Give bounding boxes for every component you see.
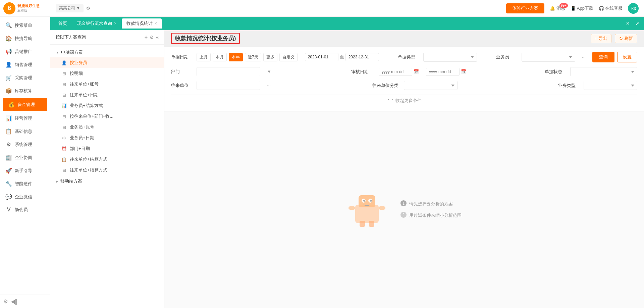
calendar-start-icon[interactable]: 📅 [414,69,419,74]
date-btn-last-7days[interactable]: 近7天 [245,53,261,61]
add-scheme-btn[interactable]: + [145,34,148,40]
sidebar-item-marketing[interactable]: 📢 营销推广 [0,45,50,58]
maximize-window-btn[interactable]: ⤢ [634,19,641,28]
tree-group-desktop-header[interactable]: ▼ 电脑端方案 [50,47,164,57]
app-download-btn[interactable]: 📱 App下载 [571,5,593,11]
export-button[interactable]: ↑ 导出 [591,34,612,43]
panel-header-actions: + ⚙ « [145,34,159,40]
sidebar-item-inventory[interactable]: 📦 库存核算 [0,84,50,97]
tab-collection-close[interactable]: × [155,21,157,26]
salesman-icon: 👤 [61,60,67,65]
filter-area: 单据日期 上月 本月 本年 近7天 更多 自定义 至 [164,47,644,111]
query-button[interactable]: 查询 [592,52,614,62]
biz-type-label: 业务类型 [558,83,578,89]
doc-status-select[interactable] [570,67,637,76]
sidebar-item-enterprise[interactable]: 🏢 企业协同 [0,151,50,164]
calendar-end-icon[interactable]: 📅 [461,69,466,74]
topbar-settings-icon[interactable]: ⚙ [86,6,90,11]
messages-button[interactable]: 🔔 消息 99+ [550,5,565,11]
empty-tip-2: 2 用过滤条件来缩小分析范围 [400,211,462,220]
sidebar-item-nav[interactable]: 🏠 快捷导航 [0,32,50,45]
tree-item-dept-date[interactable]: ⏰ 部门+日期 [50,143,164,154]
home-icon: 🏠 [5,35,12,42]
main-area: 某某公司 ▼ ⚙ 体验行业方案 🔔 消息 99+ 📱 App下载 🎧 在线客服 … [50,0,644,308]
refresh-button[interactable]: ↻ 刷新 [615,34,637,43]
date-btn-more[interactable]: 更多 [263,53,277,61]
filter-row-2: 部门 ▼ 审核日期 📅 — 📅 单据状态 [171,67,637,76]
tree-item-salesman-settle[interactable]: 📊 业务员+结算方式 [50,100,164,111]
review-start-input[interactable] [379,68,412,76]
salesman-more-dots[interactable]: ··· [581,55,587,60]
date-btn-this-year[interactable]: 本年 [229,53,243,61]
sidebar-item-wechat[interactable]: 💬 企业微信 [0,190,50,203]
tree-item-supplier-settle1[interactable]: 📋 往来单位+结算方式 [50,154,164,165]
basic-icon: 📋 [5,128,12,135]
collapse-panel-btn[interactable]: « [156,35,159,40]
biz-type-select[interactable] [584,81,637,90]
tree-item-salesman-date[interactable]: ⚙ 业务员+日期 [50,133,164,143]
review-end-input[interactable] [426,68,460,76]
sidebar-item-member[interactable]: V 畅会员 [0,203,50,216]
salesman-select[interactable] [522,53,575,62]
tab-bank-close[interactable]: × [114,21,116,26]
close-window-btn[interactable]: ✕ [625,19,631,28]
search-icon: 🔍 [5,22,12,29]
panel-header: 按以下方案查询 + ⚙ « [50,30,164,45]
sidebar-item-purchase[interactable]: 🛒 采购管理 [0,71,50,84]
tree-item-supplier-account[interactable]: ⊟ 往来单位+账号 [50,79,164,90]
trial-button[interactable]: 体验行业方案 [506,3,544,13]
user-info: 某某公司 ▼ [56,4,84,12]
tab-home[interactable]: 首页 [54,18,72,29]
tip-num-1: 1 [400,200,407,206]
tree-item-supplier-date[interactable]: ⊟ 往来单位+日期 [50,90,164,100]
counterpart-more-dots[interactable]: ··· [266,83,272,88]
sidebar-item-guide[interactable]: 🚀 新手引导 [0,164,50,177]
setting-button[interactable]: 设置 [617,52,637,62]
member-icon: V [5,207,12,213]
date-btn-this-month[interactable]: 本月 [213,53,227,61]
settings-scheme-btn[interactable]: ⚙ [150,35,154,40]
collapse-more-conditions[interactable]: ⌃⌃ 收起更多条件 [171,95,637,106]
bell-icon: 🔔 [550,6,555,11]
sidebar-item-finance[interactable]: 💰 资金管理 [3,98,47,111]
empty-state: 1 请先选择要分析的方案 2 用过滤条件来缩小分析范围 [164,111,644,308]
settings-footer-icon[interactable]: ⚙ [3,298,8,305]
filter-row-1: 单据日期 上月 本月 本年 近7天 更多 自定义 至 [171,52,637,62]
sidebar-item-hardware[interactable]: 🔧 智能硬件 [0,177,50,190]
dept-dropdown-icon[interactable]: ▼ [266,69,273,74]
tab-bank[interactable]: 现金银行流水查询 × [72,18,121,29]
tree-item-salesman-account[interactable]: ⊟ 业务员+账号 [50,122,164,133]
robot-svg [347,191,387,228]
sidebar-item-sales[interactable]: 👤 销售管理 [0,58,50,71]
dept-input[interactable] [197,67,260,76]
date-start-input[interactable] [305,53,338,61]
tree-item-by-salesman[interactable]: 👤 按业务员 [50,57,164,68]
tree-item-supplier-dept[interactable]: ⊟ 按往来单位+部门+收... [50,111,164,122]
sidebar-footer: ⚙ ◀‖ [0,295,50,308]
doc-status-label: 单据状态 [545,69,565,75]
tabbar: 首页 现金银行流水查询 × 收款情况统计 × ✕ ⤢ [50,17,644,30]
counterpart-input[interactable] [197,81,260,90]
sidebar-item-basic[interactable]: 📋 基础信息 [0,125,50,138]
online-service-btn[interactable]: 🎧 在线客服 [599,5,623,11]
sidebar-item-operation[interactable]: 📊 经营管理 [0,112,50,125]
user-avatar[interactable]: Rit [628,3,639,14]
tree-group-mobile-header[interactable]: ▶ 移动端方案 [50,176,164,186]
tree-item-supplier-settle2[interactable]: ⊟ 往来单位+结算方式 [50,165,164,175]
salesman-settle-icon: 📊 [61,103,67,108]
date-btn-last-month[interactable]: 上月 [197,53,211,61]
date-btn-custom[interactable]: 自定义 [279,53,298,61]
sidebar-item-system[interactable]: ⚙ 系统管理 [0,138,50,151]
date-separator: 至 [340,54,344,60]
tab-collection[interactable]: 收款情况统计 × [122,18,162,29]
guide-icon: 🚀 [5,167,12,174]
doc-type-select[interactable] [423,53,477,62]
empty-tips: 1 请先选择要分析的方案 2 用过滤条件来缩小分析范围 [400,200,462,220]
date-end-input[interactable] [345,53,379,61]
filter-action-buttons: 查询 设置 [592,52,637,62]
counterpart-category-select[interactable] [404,81,458,90]
tree-item-by-detail[interactable]: ⊞ 按明细 [50,68,164,79]
review-date-inputs: 📅 — 📅 [379,68,466,76]
sidebar-item-search[interactable]: 🔍 搜索菜单 [0,19,50,32]
collapse-sidebar-icon[interactable]: ◀‖ [11,298,17,305]
